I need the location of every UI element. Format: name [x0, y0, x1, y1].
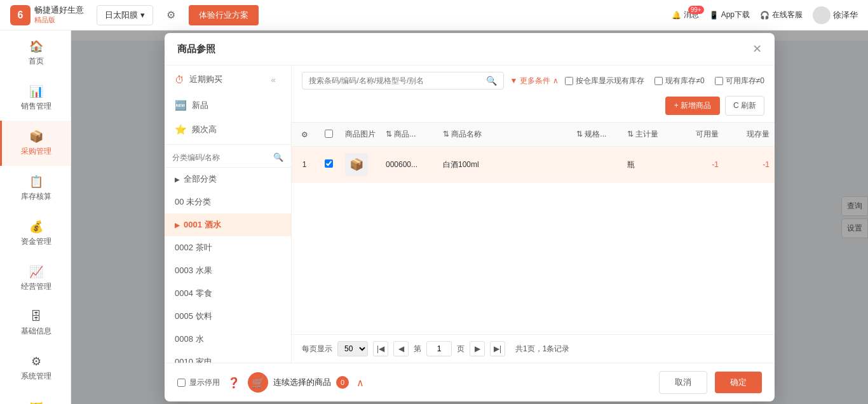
help-icon[interactable]: ❓	[227, 377, 240, 389]
divider	[165, 144, 291, 145]
row-available: -1	[673, 147, 724, 183]
category-all[interactable]: ▶ 全部分类	[165, 168, 291, 191]
add-product-button[interactable]: + 新增商品	[665, 97, 720, 115]
modal-header: 商品参照 ✕	[165, 33, 775, 65]
sidebar-item-label: 采购管理	[21, 146, 51, 157]
category-search-input[interactable]	[172, 153, 269, 162]
prev-page-button[interactable]: ◀	[393, 341, 409, 356]
system-icon: ⚙	[31, 354, 41, 368]
nav-module-dropdown[interactable]: 日太阳膜 ▾	[97, 5, 153, 25]
search-icon[interactable]: 🔍	[486, 76, 497, 86]
filter-button[interactable]: ▼ 更多条件 ∧	[510, 76, 559, 86]
sidebar-item-basics[interactable]: 🗄 基础信息	[0, 301, 71, 346]
sidebar-item-purchase[interactable]: 📦 采购管理	[0, 121, 71, 166]
th-check[interactable]	[317, 123, 340, 147]
next-page-button[interactable]: ▶	[470, 341, 485, 356]
chevron-up-icon: ∧	[553, 76, 559, 85]
search-icon[interactable]: 🔍	[273, 152, 283, 162]
modal-title: 商品参照	[177, 43, 215, 55]
cart-section: 🛒 连续选择的商品 0	[248, 372, 349, 393]
left-nav-new[interactable]: 🆕 新品	[165, 93, 291, 118]
modal-footer: 显示停用 ❓ 🛒 连续选择的商品 0 ∧ 取消 确定	[165, 363, 775, 401]
online-service-label: 在线客服	[772, 10, 803, 20]
th-name[interactable]: ⇅ 商品名称	[438, 123, 571, 147]
confirm-button[interactable]: 确定	[715, 372, 762, 393]
row-spec	[571, 147, 622, 183]
filter-icon: ▼	[510, 76, 518, 85]
row-unit: 瓶	[622, 147, 673, 183]
sales-icon: 📊	[29, 84, 43, 98]
page-suffix: 页	[457, 344, 465, 354]
category-tea[interactable]: 0002 茶叶	[165, 236, 291, 259]
logo-icon: 6	[10, 5, 31, 25]
sidebar-item-inventory[interactable]: 📋 库存核算	[0, 166, 71, 211]
navbar-center: 日太阳膜 ▾ ⚙ 体验行业方案	[97, 5, 672, 25]
chevron-down-icon: ▾	[140, 10, 145, 20]
settings-icon[interactable]: ⚙	[161, 5, 181, 25]
modal-left-panel: ⏱ 近期购买 « 🆕 新品 ⭐ 频次高	[165, 65, 292, 363]
username-label: 徐泽华	[833, 10, 858, 21]
show-disabled-label: 显示停用	[189, 377, 220, 388]
checkbox-stock-ne[interactable]: 现有库存≠0	[654, 76, 704, 86]
modal-toolbar: 🔍 ▼ 更多条件 ∧ 按仓库显示现有库存	[292, 65, 775, 123]
notifications-item[interactable]: 🔔 99+ 消息	[672, 10, 699, 20]
filter-label: 更多条件	[520, 76, 550, 86]
modal-overlay: 商品参照 ✕ ⏱ 近期购买 « 🆕 新品	[71, 30, 868, 404]
modal-close-button[interactable]: ✕	[752, 42, 762, 56]
online-service-item[interactable]: 🎧 在线客服	[760, 10, 803, 20]
category-liquor[interactable]: ▶ 0001 酒水	[165, 213, 291, 236]
inventory-icon: 📋	[29, 175, 43, 189]
category-water[interactable]: 0008 水	[165, 328, 291, 351]
brand-name: 畅捷通好生意	[34, 5, 84, 16]
left-nav-frequent[interactable]: ⭐ 频次高	[165, 118, 291, 142]
collapse-icon[interactable]: «	[266, 72, 281, 87]
per-page-select[interactable]: 50	[337, 341, 368, 356]
page-number-input[interactable]	[426, 341, 452, 356]
sidebar-item-finance[interactable]: 💰 资金管理	[0, 211, 71, 256]
product-table: ⚙ 商品图片 ⇅ 商品... ⇅ 商品名称	[292, 123, 775, 183]
row-num: 1	[292, 147, 317, 183]
left-nav-recent[interactable]: ⏱ 近期购买 «	[165, 65, 291, 93]
app-logo: 6 畅捷通好生意 精品版	[10, 5, 84, 25]
category-uncategorized[interactable]: 00 未分类	[165, 191, 291, 213]
collapse-button[interactable]: ∧	[356, 377, 364, 389]
purchase-icon: 📦	[29, 130, 43, 144]
th-img: 商品图片	[340, 123, 381, 147]
category-snacks[interactable]: 0004 零食	[165, 282, 291, 305]
new-icon: 🆕	[175, 100, 187, 111]
sidebar-item-operations[interactable]: 📈 经营管理	[0, 256, 71, 301]
refresh-button[interactable]: C 刷新	[725, 96, 764, 116]
last-page-button[interactable]: ▶|	[490, 341, 505, 356]
category-appliances[interactable]: 0010 家电	[165, 351, 291, 363]
left-nav-recent-label: 近期购买	[189, 74, 222, 85]
cart-icon[interactable]: 🛒	[248, 372, 268, 393]
th-spec[interactable]: ⇅ 规格...	[571, 123, 622, 147]
experience-button[interactable]: 体验行业方案	[189, 5, 259, 25]
category-fruit[interactable]: 0003 水果	[165, 259, 291, 282]
app-download-item[interactable]: 📱 App下载	[709, 10, 750, 20]
category-drinks[interactable]: 0005 饮料	[165, 305, 291, 328]
sidebar-item-label: 库存核算	[21, 191, 51, 202]
row-check[interactable]	[317, 147, 340, 183]
sidebar-item-system[interactable]: ⚙ 系统管理	[0, 346, 71, 391]
sidebar-item-enterprise[interactable]: 🤝 企业协同	[0, 391, 71, 404]
first-page-button[interactable]: |◀	[373, 341, 388, 356]
sidebar-item-home[interactable]: 🏠 首页	[0, 30, 71, 76]
category-search: 🔍	[165, 147, 291, 168]
table-header-row: ⚙ 商品图片 ⇅ 商品... ⇅ 商品名称	[292, 123, 775, 147]
user-item[interactable]: 徐泽华	[813, 6, 858, 24]
checkbox-avail-ne[interactable]: 可用库存≠0	[715, 76, 764, 86]
cart-label: 连续选择的商品	[273, 377, 331, 388]
show-disabled-checkbox[interactable]: 显示停用	[177, 377, 220, 388]
checkbox-warehouse[interactable]: 按仓库显示现有库存	[565, 76, 644, 86]
sidebar: 🏠 首页 📊 销售管理 📦 采购管理 📋 库存核算 💰 资金管理 📈 经营管理 …	[0, 30, 71, 404]
left-nav-frequent-label: 频次高	[192, 124, 217, 135]
cancel-button[interactable]: 取消	[659, 371, 707, 394]
table-row[interactable]: 1 📦 000600... 白酒100ml 瓶 -1	[292, 147, 775, 183]
sidebar-item-sales[interactable]: 📊 销售管理	[0, 76, 71, 121]
product-search-input[interactable]	[309, 76, 482, 85]
select-all-checkbox[interactable]	[325, 130, 333, 138]
th-unit[interactable]: ⇅ 主计量	[622, 123, 673, 147]
th-code[interactable]: ⇅ 商品...	[381, 123, 438, 147]
th-settings[interactable]: ⚙	[292, 123, 317, 147]
